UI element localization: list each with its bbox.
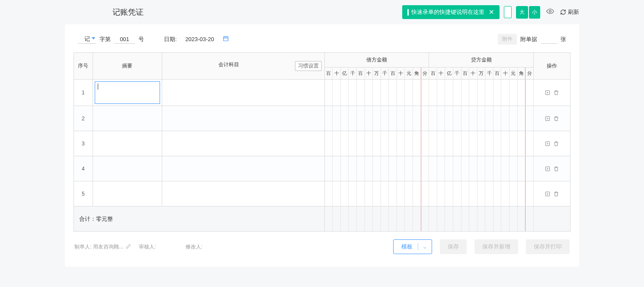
cell-digit[interactable] (461, 131, 469, 156)
template-button[interactable]: 模板 ⌵ (393, 239, 432, 254)
cell-digit[interactable] (525, 131, 534, 156)
cell-digit[interactable] (461, 156, 469, 181)
cell-digit[interactable] (324, 80, 333, 106)
cell-digit[interactable] (445, 156, 453, 181)
cell-digit[interactable] (421, 131, 429, 156)
cell-digit[interactable] (340, 156, 349, 181)
cell-digit[interactable] (349, 156, 357, 181)
cell-digit[interactable] (356, 106, 365, 131)
cell-digit[interactable] (373, 181, 381, 206)
cell-digit[interactable] (340, 80, 349, 106)
cell-digit[interactable] (324, 131, 333, 156)
cell-digit[interactable] (485, 156, 493, 181)
cell-digit[interactable] (445, 106, 453, 131)
cell-digit[interactable] (421, 156, 429, 181)
cell-account[interactable] (162, 131, 324, 156)
cell-digit[interactable] (340, 106, 349, 131)
cell-digit[interactable] (453, 181, 461, 206)
cell-digit[interactable] (493, 156, 501, 181)
cell-digit[interactable] (405, 106, 413, 131)
voucher-number-input[interactable] (114, 35, 135, 44)
attachment-button[interactable]: 附件 (498, 34, 517, 45)
cell-digit[interactable] (324, 156, 333, 181)
cell-digit[interactable] (365, 131, 373, 156)
cell-digit[interactable] (373, 156, 381, 181)
cell-digit[interactable] (365, 106, 373, 131)
cell-digit[interactable] (413, 156, 421, 181)
add-row-icon[interactable] (545, 190, 551, 197)
cell-digit[interactable] (469, 131, 477, 156)
cell-digit[interactable] (477, 131, 485, 156)
voucher-type-input[interactable] (78, 35, 96, 44)
cell-digit[interactable] (485, 181, 493, 206)
cell-digit[interactable] (429, 131, 437, 156)
cell-digit[interactable] (429, 181, 437, 206)
cell-digit[interactable] (381, 131, 389, 156)
cell-digit[interactable] (389, 80, 397, 106)
cell-account[interactable] (162, 156, 324, 181)
cell-digit[interactable] (389, 156, 397, 181)
cell-digit[interactable] (381, 156, 389, 181)
cell-digit[interactable] (469, 156, 477, 181)
cell-digit[interactable] (509, 131, 518, 156)
cell-digit[interactable] (493, 181, 501, 206)
cell-digit[interactable] (340, 181, 349, 206)
cell-digit[interactable] (333, 80, 341, 106)
cell-digit[interactable] (461, 106, 469, 131)
cell-account[interactable] (162, 80, 324, 106)
cell-digit[interactable] (389, 181, 397, 206)
cell-digit[interactable] (397, 181, 405, 206)
cell-summary[interactable] (93, 181, 162, 206)
cell-digit[interactable] (517, 181, 525, 206)
cell-account[interactable] (162, 181, 324, 206)
cell-digit[interactable] (445, 181, 453, 206)
cell-digit[interactable] (397, 131, 405, 156)
cell-digit[interactable] (445, 131, 453, 156)
cell-digit[interactable] (356, 131, 365, 156)
cell-digit[interactable] (525, 106, 534, 131)
cell-digit[interactable] (333, 156, 341, 181)
cell-digit[interactable] (397, 80, 405, 106)
cell-digit[interactable] (501, 181, 509, 206)
add-row-icon[interactable] (545, 165, 551, 172)
cell-digit[interactable] (373, 131, 381, 156)
cell-digit[interactable] (397, 106, 405, 131)
cell-digit[interactable] (381, 106, 389, 131)
cell-digit[interactable] (525, 156, 534, 181)
cell-digit[interactable] (437, 80, 445, 106)
cell-digit[interactable] (324, 106, 333, 131)
cell-digit[interactable] (324, 181, 333, 206)
eye-icon[interactable] (545, 6, 556, 19)
cell-digit[interactable] (405, 131, 413, 156)
cell-digit[interactable] (517, 80, 525, 106)
cell-summary[interactable] (93, 156, 162, 181)
cell-digit[interactable] (437, 131, 445, 156)
cell-digit[interactable] (413, 80, 421, 106)
cell-digit[interactable] (405, 80, 413, 106)
cell-digit[interactable] (485, 106, 493, 131)
cell-digit[interactable] (421, 181, 429, 206)
cell-digit[interactable] (373, 106, 381, 131)
save-button[interactable]: 保存 (440, 239, 467, 254)
hint-close-icon[interactable]: ✕ (489, 8, 494, 16)
cell-digit[interactable] (437, 181, 445, 206)
calendar-icon[interactable] (223, 35, 229, 43)
cell-digit[interactable] (509, 106, 518, 131)
cell-digit[interactable] (501, 106, 509, 131)
cell-digit[interactable] (381, 80, 389, 106)
add-row-icon[interactable] (545, 140, 551, 147)
cell-digit[interactable] (469, 181, 477, 206)
cell-digit[interactable] (349, 106, 357, 131)
cell-digit[interactable] (421, 106, 429, 131)
cell-digit[interactable] (333, 106, 341, 131)
cell-digit[interactable] (413, 181, 421, 206)
cell-summary[interactable] (93, 131, 162, 156)
cell-digit[interactable] (356, 156, 365, 181)
cell-digit[interactable] (461, 181, 469, 206)
cell-digit[interactable] (485, 131, 493, 156)
cell-digit[interactable] (517, 131, 525, 156)
cell-summary[interactable] (93, 80, 162, 106)
cell-digit[interactable] (477, 80, 485, 106)
cell-digit[interactable] (365, 181, 373, 206)
cell-digit[interactable] (349, 80, 357, 106)
